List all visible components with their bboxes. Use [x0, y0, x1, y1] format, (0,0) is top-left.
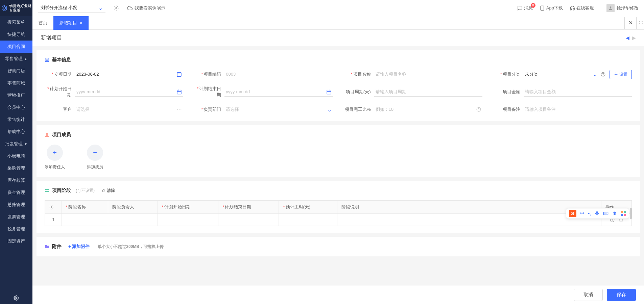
add-leader-button[interactable]: + 添加责任人: [45, 145, 65, 170]
sidebar-item-smart-store[interactable]: 智慧门店: [0, 65, 32, 77]
help-icon[interactable]: [476, 107, 481, 112]
col-settings[interactable]: [45, 201, 62, 214]
sidebar-item-retail-mall[interactable]: 零售商城: [0, 77, 32, 89]
sidebar-item-marketing[interactable]: 营销推广: [0, 89, 32, 101]
category-select[interactable]: [524, 70, 599, 79]
project-code-input[interactable]: [224, 70, 333, 79]
plus-icon: +: [53, 149, 57, 157]
chevron-down-icon: ⌄: [98, 5, 103, 11]
app-edition: 专业版: [9, 8, 31, 12]
flow-selector[interactable]: 测试分开流程-小况 ⌄: [38, 3, 105, 13]
section-title: 项目成员: [52, 132, 71, 138]
sidebar-settings[interactable]: [0, 292, 32, 304]
customer-select[interactable]: [75, 105, 183, 114]
add-leader-label: 添加责任人: [45, 164, 65, 170]
clear-stages-button[interactable]: 清除: [101, 188, 115, 194]
svg-rect-26: [45, 189, 47, 191]
tab-home[interactable]: 首页: [32, 16, 53, 30]
ellipsis-icon[interactable]: ⋯: [176, 106, 182, 113]
svg-point-1: [116, 7, 117, 9]
add-member-button[interactable]: + 添加成员: [87, 145, 103, 170]
ime-tools-icon[interactable]: [621, 211, 626, 216]
help-icon[interactable]: [601, 72, 605, 77]
section-attach: 附件 + 添加附件 单个大小不超过200MB，可拖拽上传: [37, 237, 640, 256]
category-setting-button[interactable]: 设置: [610, 70, 632, 79]
close-all-tabs[interactable]: ✕: [624, 17, 637, 29]
ime-lang[interactable]: 中: [580, 210, 585, 217]
online-service-button[interactable]: 在线客服: [570, 5, 594, 11]
sidebar-item-ledger[interactable]: 总账管理: [0, 199, 32, 211]
cancel-button[interactable]: 取消: [574, 289, 603, 301]
cell-name[interactable]: [62, 214, 108, 226]
period-input[interactable]: [374, 87, 482, 97]
calendar-icon[interactable]: [176, 72, 182, 77]
col-end: *计划结束日期: [218, 201, 279, 214]
user-menu[interactable]: 徐泽华修改: [601, 4, 639, 12]
tab-new-project[interactable]: 新增项目 ×: [53, 16, 89, 30]
ime-drag-handle[interactable]: [630, 208, 632, 219]
phone-icon: [540, 5, 545, 11]
message-button[interactable]: 消息 8: [517, 5, 533, 11]
ime-punct-icon[interactable]: •,: [588, 211, 591, 216]
prev-record[interactable]: ◀: [626, 35, 629, 41]
sidebar-item-help[interactable]: 帮助中心: [0, 126, 32, 138]
sidebar-item-invoice[interactable]: 发票管理: [0, 211, 32, 223]
svg-rect-29: [47, 191, 49, 192]
remark-input[interactable]: [524, 105, 632, 114]
ime-keyboard-icon[interactable]: [603, 211, 609, 216]
col-leader: 阶段负责人: [108, 201, 158, 214]
svg-rect-15: [177, 90, 181, 94]
cell-start[interactable]: [158, 214, 218, 226]
col-start: *计划开始日期: [158, 201, 218, 214]
create-date-input[interactable]: [75, 70, 183, 79]
add-attachment-button[interactable]: + 添加附件: [68, 244, 90, 250]
table-row[interactable]: 1: [45, 214, 632, 226]
section-basic: 基本信息 *立项日期 *项目编码 *项目名称: [37, 50, 640, 121]
ime-mic-icon[interactable]: [594, 211, 600, 216]
svg-rect-5: [45, 58, 49, 62]
cell-end[interactable]: [218, 214, 279, 226]
sidebar-item-project-contract[interactable]: 项目合同: [0, 41, 32, 53]
sidebar-item-wholesale[interactable]: 批发管理▼: [0, 138, 32, 150]
calendar-icon[interactable]: [176, 89, 182, 95]
plan-end-input[interactable]: [224, 87, 333, 97]
cell-leader[interactable]: [108, 214, 158, 226]
cell-hours[interactable]: [279, 214, 337, 226]
sidebar-item-inventory[interactable]: 库存核算: [0, 174, 32, 186]
sidebar-item-search[interactable]: 搜索菜单: [0, 16, 32, 28]
avatar: [606, 4, 615, 12]
sidebar-item-assets[interactable]: 固定资产: [0, 235, 32, 247]
ime-toolbar[interactable]: S 中 •,: [566, 208, 629, 219]
close-icon[interactable]: ×: [80, 20, 82, 26]
page-title: 新增项目: [41, 34, 62, 42]
amount-input[interactable]: [524, 87, 632, 97]
sidebar-item-quicknav[interactable]: 快捷导航: [0, 28, 32, 41]
svg-point-37: [606, 213, 606, 213]
sidebar-item-retail[interactable]: 零售管理▲: [0, 53, 32, 65]
sidebar-item-retail-stats[interactable]: 零售统计: [0, 113, 32, 126]
calendar-icon[interactable]: [326, 89, 332, 95]
next-record[interactable]: ▶: [632, 35, 636, 41]
sidebar-item-funds[interactable]: 资金管理: [0, 186, 32, 199]
chevron-down-icon[interactable]: ⌄: [593, 71, 597, 78]
cell-desc[interactable]: [337, 214, 601, 226]
sidebar-item-ecom[interactable]: 小畅电商: [0, 150, 32, 162]
plan-start-input[interactable]: [75, 87, 183, 97]
chevron-down-icon[interactable]: ⌄: [327, 106, 332, 113]
sidebar-item-purchase[interactable]: 采购管理: [0, 162, 32, 174]
ime-skin-icon[interactable]: [612, 211, 617, 216]
svg-rect-35: [603, 212, 608, 215]
app-download-button[interactable]: App下载: [540, 5, 563, 11]
progress-input[interactable]: [374, 105, 482, 114]
sidebar-item-tax[interactable]: 税务管理: [0, 223, 32, 235]
demo-link[interactable]: 我要看实例演示: [127, 5, 165, 11]
eraser-icon: [101, 188, 105, 193]
save-button[interactable]: 保存: [607, 289, 636, 301]
project-name-input[interactable]: [374, 70, 482, 79]
app-logo[interactable]: 畅捷通好业财 专业版: [0, 0, 32, 16]
user-icon: [608, 6, 613, 10]
expand-icon[interactable]: ⛶: [638, 20, 644, 26]
dept-select[interactable]: [224, 105, 333, 114]
flow-settings[interactable]: [114, 5, 119, 11]
sidebar-item-member[interactable]: 会员中心: [0, 101, 32, 113]
